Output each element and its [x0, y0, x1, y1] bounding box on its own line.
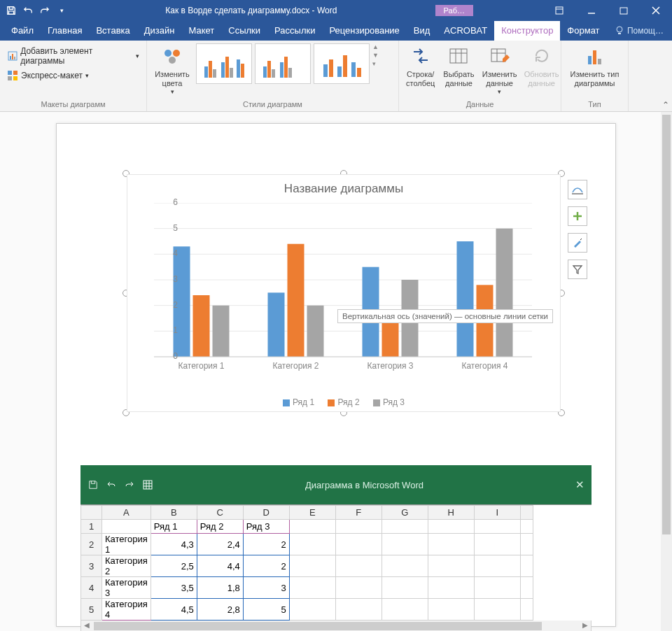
vertical-scrollbar[interactable]: [661, 112, 672, 631]
tab-insert[interactable]: Вставка: [89, 21, 136, 41]
excel-grid-icon[interactable]: [142, 479, 153, 490]
cell[interactable]: [382, 599, 428, 621]
col-header[interactable]: H: [428, 506, 474, 520]
tab-view[interactable]: Вид: [407, 21, 438, 41]
cell[interactable]: [335, 599, 382, 621]
cell[interactable]: [428, 520, 474, 534]
cell[interactable]: [428, 599, 474, 621]
excel-titlebar[interactable]: Диаграмма в Microsoft Word ✕: [80, 465, 592, 504]
cell[interactable]: [382, 520, 428, 534]
chart-plot-area[interactable]: [154, 203, 532, 364]
qat-more-icon[interactable]: ▾: [56, 5, 67, 16]
cell[interactable]: Категория 3: [102, 577, 151, 599]
cell[interactable]: [474, 599, 520, 621]
chart-style-3[interactable]: [314, 43, 370, 84]
edit-data-button[interactable]: Изменить данные▾: [480, 43, 519, 97]
tab-home[interactable]: Главная: [41, 21, 89, 41]
maximize-icon[interactable]: [608, 0, 640, 21]
chart-filters-button[interactable]: [568, 260, 587, 279]
tab-constructor[interactable]: Конструктор: [494, 21, 560, 41]
row-header[interactable]: 2: [81, 534, 102, 555]
bar[interactable]: [307, 306, 324, 357]
cell[interactable]: [102, 520, 151, 534]
change-colors-button[interactable]: Изменить цвета▾: [151, 43, 193, 97]
excel-undo-icon[interactable]: [106, 479, 117, 490]
add-chart-element-button[interactable]: Добавить элемент диаграммы ▾: [4, 45, 142, 67]
row-header[interactable]: 4: [81, 577, 102, 599]
cell[interactable]: 2: [243, 534, 289, 555]
layout-options-button[interactable]: [568, 180, 587, 199]
bar[interactable]: [288, 244, 304, 357]
cell[interactable]: 4,5: [150, 599, 197, 621]
cell[interactable]: [474, 520, 520, 534]
cell[interactable]: [382, 555, 428, 577]
cell[interactable]: [428, 555, 474, 577]
col-header[interactable]: B: [150, 506, 197, 520]
cell[interactable]: 5: [243, 599, 289, 621]
style-scroll-down-icon[interactable]: ▼: [372, 52, 379, 59]
cell[interactable]: Ряд 3: [243, 520, 289, 534]
excel-data-window[interactable]: Диаграмма в Microsoft Word ✕ A B C D E F…: [80, 465, 592, 612]
scroll-right-icon[interactable]: ▶: [582, 621, 588, 629]
switch-row-col-button[interactable]: Строка/ столбец: [403, 43, 438, 90]
cell[interactable]: Ряд 2: [197, 520, 243, 534]
excel-close-icon[interactable]: ✕: [575, 478, 584, 491]
style-scroll-up-icon[interactable]: ▲: [372, 43, 379, 50]
cell[interactable]: [520, 599, 533, 621]
change-chart-type-button[interactable]: Изменить тип диаграммы: [566, 43, 624, 90]
excel-grid[interactable]: A B C D E F G H I 1 Ряд 1: [80, 504, 592, 631]
cell[interactable]: 3,5: [150, 577, 197, 599]
style-gallery-more-icon[interactable]: ▾: [372, 60, 379, 67]
col-header[interactable]: F: [335, 506, 382, 520]
cell[interactable]: [428, 577, 474, 599]
cell[interactable]: 2,8: [197, 599, 243, 621]
cell[interactable]: 4,3: [150, 534, 197, 555]
cell[interactable]: 2,5: [150, 555, 197, 577]
scroll-left-icon[interactable]: ◀: [84, 621, 90, 629]
excel-hscrollbar[interactable]: ◀ ▶: [80, 621, 592, 631]
close-icon[interactable]: [640, 0, 672, 21]
cell[interactable]: [474, 534, 520, 555]
cell[interactable]: [474, 577, 520, 599]
bar[interactable]: [496, 229, 513, 357]
row-header[interactable]: 3: [81, 555, 102, 577]
excel-save-icon[interactable]: [88, 479, 99, 490]
bar[interactable]: [193, 295, 210, 357]
tab-review[interactable]: Рецензирование: [322, 21, 406, 41]
redo-icon[interactable]: [39, 5, 50, 16]
cell[interactable]: 3: [243, 577, 289, 599]
cell[interactable]: 1,8: [197, 577, 243, 599]
scrollbar-thumb[interactable]: [662, 115, 671, 534]
cell[interactable]: [289, 534, 335, 555]
cell[interactable]: [474, 555, 520, 577]
col-header[interactable]: I: [474, 506, 520, 520]
select-data-button[interactable]: Выбрать данные: [440, 43, 477, 90]
cell[interactable]: [289, 555, 335, 577]
excel-redo-icon[interactable]: [124, 479, 135, 490]
bar[interactable]: [457, 241, 474, 357]
cell[interactable]: [335, 555, 382, 577]
cell[interactable]: [428, 534, 474, 555]
cell[interactable]: [335, 534, 382, 555]
tab-file[interactable]: Файл: [4, 21, 41, 41]
scrollbar-thumb[interactable]: [94, 622, 542, 630]
cell[interactable]: 2: [243, 555, 289, 577]
col-header[interactable]: D: [243, 506, 289, 520]
col-header[interactable]: G: [382, 506, 428, 520]
tell-me-help[interactable]: Помощ…: [615, 26, 672, 36]
cell[interactable]: [335, 520, 382, 534]
cell[interactable]: 2,4: [197, 534, 243, 555]
col-header[interactable]: E: [289, 506, 335, 520]
row-header[interactable]: 1: [81, 520, 102, 534]
minimize-icon[interactable]: [575, 0, 608, 21]
cell[interactable]: [520, 577, 533, 599]
cell[interactable]: [289, 599, 335, 621]
cell[interactable]: [382, 534, 428, 555]
chart-object[interactable]: Название диаграммы 0123456 Категория 1Ка…: [127, 174, 561, 412]
bar[interactable]: [213, 306, 230, 357]
ribbon-options-icon[interactable]: [543, 0, 575, 21]
chart-style-1[interactable]: [196, 43, 252, 84]
quick-layout-button[interactable]: Экспресс-макет ▾: [4, 69, 92, 83]
cell[interactable]: [520, 520, 533, 534]
row-header[interactable]: 5: [81, 599, 102, 621]
